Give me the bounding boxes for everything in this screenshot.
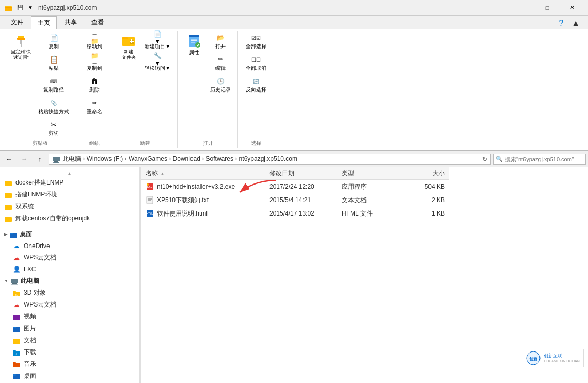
txt-filename: XP510下载须知.txt (157, 196, 209, 205)
selectall-icon: ☑☑ (251, 33, 261, 43)
search-bar[interactable]: 🔍 (493, 154, 586, 165)
copyto-label: 复制到 (87, 65, 102, 72)
address-bar[interactable]: 此电脑 › Windows (F:) › WanyxGames › Downlo… (49, 154, 491, 165)
sidebar-item-lnmp[interactable]: 搭建LNMP环境 (0, 189, 139, 201)
svg-rect-22 (53, 162, 59, 163)
tab-share[interactable]: 共享 (58, 16, 84, 29)
selectall-button[interactable]: ☑☑ 全部选择 (243, 31, 269, 52)
sidebar-item-downloads[interactable]: ↓ 下载 (0, 346, 139, 358)
title-bar-app-icon (4, 4, 12, 12)
sidebar-item-music[interactable]: 音乐 (0, 358, 139, 370)
new-label: 新建 (140, 140, 150, 147)
svg-rect-49 (13, 362, 16, 364)
sidebar-item-lxc[interactable]: 👤 LXC (0, 264, 139, 275)
svg-rect-28 (5, 205, 8, 206)
cut-button[interactable]: ✂ 剪切 (36, 118, 72, 139)
sidebar-item-docs[interactable]: 文档 (0, 334, 139, 346)
open-button[interactable]: 📂 打开 (208, 31, 233, 52)
exe-icon: EXE (146, 182, 154, 191)
copyto-button[interactable]: 📁→ 复制到 (82, 53, 107, 73)
shortcut-label: 粘贴快捷方式 (38, 108, 69, 115)
sidebar-section-desktop[interactable]: ▶ 桌面 (0, 228, 139, 240)
txt-date: 2015/5/4 14:21 (269, 196, 342, 204)
file-row-txt[interactable]: XP510下载须知.txt 2015/5/4 14:21 文本文档 2 KB (141, 193, 449, 207)
delete-button[interactable]: 🗑 删除 (82, 74, 107, 95)
col-header-type[interactable]: 类型 (342, 169, 404, 178)
ribbon-collapse-icon[interactable]: ▲ (567, 18, 584, 29)
folder-icon-docker (4, 179, 12, 187)
newitem-button[interactable]: 📄▼ 新建项目▼ (142, 31, 173, 52)
refresh-button[interactable]: ↻ (482, 156, 487, 163)
edit-button[interactable]: ✏ 编辑 (208, 53, 233, 73)
ribbon-group-new: 新建文件夹 📄▼ 新建项目▼ 🔧▼ 轻松访问▼ 新建 (113, 31, 178, 148)
sidebar-scroll-up[interactable]: ▲ (0, 170, 139, 177)
sidebar-item-pictures[interactable]: 图片 (0, 323, 139, 334)
copy-icon: 📄 (49, 33, 59, 43)
col-header-size[interactable]: 大小 (404, 169, 445, 178)
invertsel-button[interactable]: 🔄 反向选择 (243, 74, 269, 95)
minimize-button[interactable]: ─ (511, 0, 534, 16)
up-button[interactable]: ↑ (33, 152, 46, 166)
file-name-txt: XP510下载须知.txt (146, 196, 269, 205)
copy-button[interactable]: 📄 复制 (36, 31, 72, 52)
sidebar-item-wps[interactable]: ☁ WPS云文档 (0, 252, 139, 264)
sidebar-item-onedrive[interactable]: ☁ OneDrive (0, 240, 139, 252)
newfolder-button[interactable]: 新建文件夹 (117, 31, 140, 62)
rename-button[interactable]: ✏ 重命名 (82, 96, 107, 117)
sidebar-item-wpscloud[interactable]: ☁ WPS云文档 (0, 299, 139, 311)
newfolder-label: 新建文件夹 (122, 49, 136, 60)
selectnone-button[interactable]: ☐☐ 全部取消 (243, 53, 269, 73)
shortcut-button[interactable]: 📎 粘贴快捷方式 (36, 96, 72, 117)
ribbon-group-select: ☑☑ 全部选择 ☐☐ 全部取消 🔄 反向选择 选择 (239, 31, 273, 148)
file-row-html[interactable]: HTML 软件使用说明.html 2015/4/17 13:02 HTML 文件… (141, 207, 449, 220)
sidebar-item-docker[interactable]: docker搭建LNMP (0, 177, 139, 189)
back-button[interactable]: ← (2, 152, 15, 166)
history-button[interactable]: 🕒 历史记录 (208, 74, 233, 95)
delete-icon: 🗑 (89, 76, 100, 86)
sidebar-label-wps: WPS云文档 (24, 253, 56, 262)
easyaccess-button[interactable]: 🔧▼ 轻松访问▼ (142, 53, 173, 73)
ribbon-group-organize: →📁 移动到 📁→ 复制到 🗑 删除 ✏ 重命名 (77, 31, 112, 148)
ribbon-help-icon[interactable]: ? (554, 18, 567, 29)
tab-file[interactable]: 文件 (4, 16, 30, 29)
paste-button[interactable]: 📋 粘贴 (36, 53, 72, 73)
html-icon: HTML (146, 209, 154, 218)
forward-button[interactable]: → (18, 152, 31, 166)
folder-icon-desktopc (12, 372, 21, 380)
file-row-exe[interactable]: EXE nt10+hdd+installer+v3.2.exe 2017/2/2… (141, 180, 449, 193)
move-button[interactable]: →📁 移动到 (82, 31, 107, 52)
sidebar-section-thispc[interactable]: ▼ 此电脑 (0, 275, 139, 287)
col-header-date[interactable]: 修改日期 (269, 169, 342, 178)
search-input[interactable] (505, 156, 583, 162)
quick-save-btn[interactable]: 💾 (15, 3, 25, 12)
tab-view[interactable]: 查看 (85, 16, 110, 29)
svg-text:创新: 创新 (529, 356, 537, 361)
svg-text:↓: ↓ (15, 351, 17, 356)
pin-button[interactable]: 固定到"快速访问" (8, 31, 34, 62)
properties-button[interactable]: 属性 (183, 31, 205, 58)
cut-icon: ✂ (49, 119, 59, 130)
sidebar-item-desktopc[interactable]: 桌面 (0, 370, 139, 382)
close-button[interactable]: ✕ (560, 0, 584, 16)
sidebar-item-3d[interactable]: 3D 3D 对象 (0, 287, 139, 299)
open-label: 打开 (203, 140, 213, 147)
pin-icon (13, 33, 29, 49)
watermark: 创新 创新互联 CHUANGXIN HULIAN (522, 349, 584, 367)
organize-label: 组织 (89, 140, 100, 147)
tab-home[interactable]: 主页 (31, 16, 57, 29)
sidebar-item-video[interactable]: 视频 (0, 311, 139, 323)
folder-icon-video (12, 313, 21, 321)
history-label: 历史记录 (210, 86, 231, 94)
svg-rect-15 (191, 40, 197, 41)
shortcut-icon: 📎 (49, 98, 59, 108)
sidebar-item-centos[interactable]: 卸载centos7自带的openjdk (0, 212, 139, 224)
address-path: 此电脑 › Windows (F:) › WanyxGames › Downlo… (62, 155, 480, 163)
copypath-button[interactable]: ⌨ 复制路径 (36, 74, 72, 95)
quick-down-btn[interactable]: ▼ (26, 3, 35, 12)
sidebar-item-dual[interactable]: 双系统 (0, 201, 139, 212)
folder-icon-3d: 3D (12, 289, 21, 297)
sidebar-label-lxc: LXC (24, 266, 36, 273)
maximize-button[interactable]: □ (535, 0, 559, 16)
sidebar-label-downloads: 下载 (24, 348, 36, 357)
col-header-name[interactable]: 名称 ▲ (146, 169, 269, 178)
